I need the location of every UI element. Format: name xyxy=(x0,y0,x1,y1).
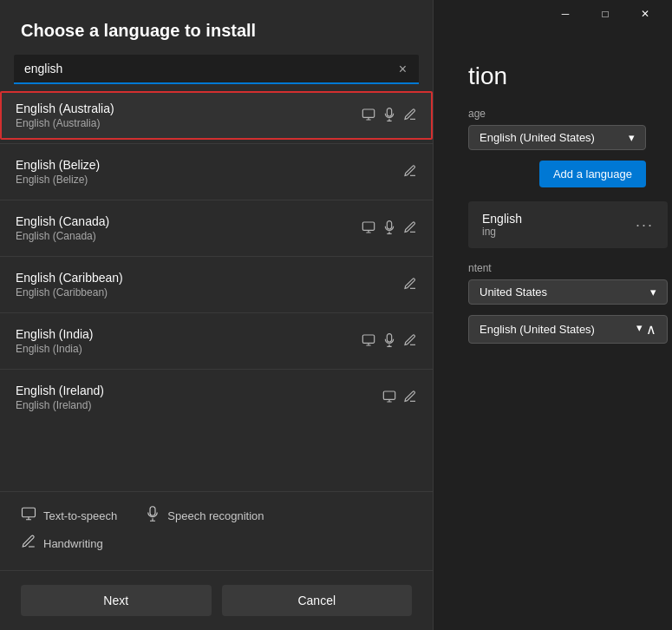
lang-primary-name: English (India) xyxy=(16,327,94,341)
modal-header: Choose a language to install xyxy=(0,0,433,55)
lang-info: English (Australia) English (Australia) xyxy=(16,102,114,129)
language-list-item[interactable]: English (Caribbean) English (Caribbean) xyxy=(0,260,433,309)
lang-icon-group xyxy=(403,277,417,293)
next-button[interactable]: Next xyxy=(21,585,212,616)
lang-info: English (Belize) English (Belize) xyxy=(16,158,100,186)
close-button[interactable]: ✕ xyxy=(625,0,665,28)
list-divider xyxy=(0,200,433,200)
chevron-down-icon xyxy=(636,321,643,338)
handwriting-icon xyxy=(403,108,417,124)
cancel-button[interactable]: Cancel xyxy=(222,585,413,616)
lang-primary-name: English (Caribbean) xyxy=(16,271,123,285)
lang-secondary-name: English (India) xyxy=(16,343,94,355)
language-install-modal: Choose a language to install × English (… xyxy=(0,0,434,630)
language-dropdown[interactable]: English (United States) xyxy=(468,125,646,150)
handwriting-icon xyxy=(403,164,417,180)
list-divider xyxy=(0,143,433,144)
language-list-item[interactable]: English (Canada) English (Canada) xyxy=(0,204,433,253)
keyboard-row: English (United States) ∧ xyxy=(468,315,668,344)
svg-rect-2 xyxy=(362,335,374,343)
lang-primary-name: English (Australia) xyxy=(16,102,114,115)
handwriting-feature: Handwriting xyxy=(21,534,103,553)
lang-icon-group xyxy=(382,390,417,406)
lang-info: English (India) English (India) xyxy=(16,327,94,355)
language-list-item[interactable]: English (Ireland) English (Ireland) xyxy=(0,373,433,422)
svg-rect-4 xyxy=(23,508,36,517)
keyboard-dropdown[interactable]: English (United States) ∧ xyxy=(468,315,668,344)
lang-primary-name: English (Canada) xyxy=(16,214,109,228)
more-options-icon[interactable]: ··· xyxy=(636,216,654,234)
language-list-item[interactable]: English (India) English (India) xyxy=(0,317,433,365)
lang-info: English (Canada) English (Canada) xyxy=(16,214,109,242)
add-language-button[interactable]: Add a language xyxy=(539,161,646,187)
svg-rect-1 xyxy=(362,222,374,230)
tts-icon xyxy=(362,220,375,237)
svg-rect-3 xyxy=(383,391,395,399)
search-input[interactable] xyxy=(14,55,419,84)
modal-title: Choose a language to install xyxy=(21,21,412,41)
lang-secondary-name: English (Belize) xyxy=(16,174,100,186)
clear-search-button[interactable]: × xyxy=(394,60,412,79)
speech-feature: Speech recognition xyxy=(145,506,264,525)
lang-icon-group xyxy=(362,333,417,350)
modal-footer: Next Cancel xyxy=(0,570,433,630)
chevron-down-icon xyxy=(629,131,635,144)
search-input-wrap: × xyxy=(14,55,419,84)
lang-primary-name: English (Ireland) xyxy=(16,384,104,397)
tts-feature: Text-to-speech xyxy=(21,506,117,525)
language-list-item: English ing ··· xyxy=(468,201,668,248)
mic-icon xyxy=(382,333,396,350)
handwriting-icon xyxy=(403,220,417,237)
handwriting-row: Handwriting xyxy=(21,534,412,553)
feature-row: Text-to-speech Speech recognition xyxy=(21,506,412,525)
handwriting-icon xyxy=(403,390,417,406)
lang-primary-name: English (Belize) xyxy=(16,158,100,172)
region-row: ntent United States xyxy=(468,262,668,305)
language-label: age xyxy=(468,108,646,120)
lang-icon-group xyxy=(362,108,417,124)
region-label: ntent xyxy=(468,262,668,274)
mic-icon xyxy=(382,220,396,237)
tts-label: Text-to-speech xyxy=(43,509,117,522)
language-list-item[interactable]: English (Belize) English (Belize) xyxy=(0,148,433,196)
maximize-button[interactable]: □ xyxy=(585,0,625,28)
lang-secondary-name: English (Canada) xyxy=(16,230,109,242)
list-divider xyxy=(0,369,433,370)
handwriting-icon xyxy=(403,277,417,293)
tts-icon xyxy=(362,333,375,350)
list-divider xyxy=(0,256,433,257)
chevron-down-icon xyxy=(650,285,656,299)
language-list: English (Australia) English (Australia) … xyxy=(0,88,433,491)
search-container: × xyxy=(0,55,433,84)
list-divider xyxy=(0,312,433,313)
lang-secondary-name: English (Caribbean) xyxy=(16,286,123,299)
lang-icon-group xyxy=(403,164,417,180)
lang-info: English (Caribbean) English (Caribbean) xyxy=(16,271,123,299)
speech-icon xyxy=(145,506,160,525)
feature-section: Text-to-speech Speech recognition xyxy=(0,491,433,570)
language-list-item[interactable]: English (Australia) English (Australia) xyxy=(0,91,433,140)
lang-icon-group xyxy=(362,220,417,237)
tts-icon xyxy=(21,506,36,525)
lang-secondary-name: English (Ireland) xyxy=(16,399,104,411)
speech-label: Speech recognition xyxy=(167,509,264,522)
lang-secondary-name: English (Australia) xyxy=(16,117,114,129)
tts-icon xyxy=(362,108,375,124)
expand-button[interactable]: ∧ xyxy=(646,321,656,338)
section-title: tion xyxy=(468,62,646,90)
mic-icon xyxy=(382,108,396,124)
region-dropdown[interactable]: United States xyxy=(468,279,668,305)
tts-icon xyxy=(382,390,396,406)
language-row: age English (United States) xyxy=(468,108,646,150)
handwriting-icon xyxy=(403,333,417,350)
svg-rect-0 xyxy=(362,109,374,117)
minimize-button[interactable]: ─ xyxy=(545,0,585,28)
handwriting-icon xyxy=(21,534,36,553)
lang-info: English (Ireland) English (Ireland) xyxy=(16,384,104,411)
handwriting-label: Handwriting xyxy=(43,537,103,550)
